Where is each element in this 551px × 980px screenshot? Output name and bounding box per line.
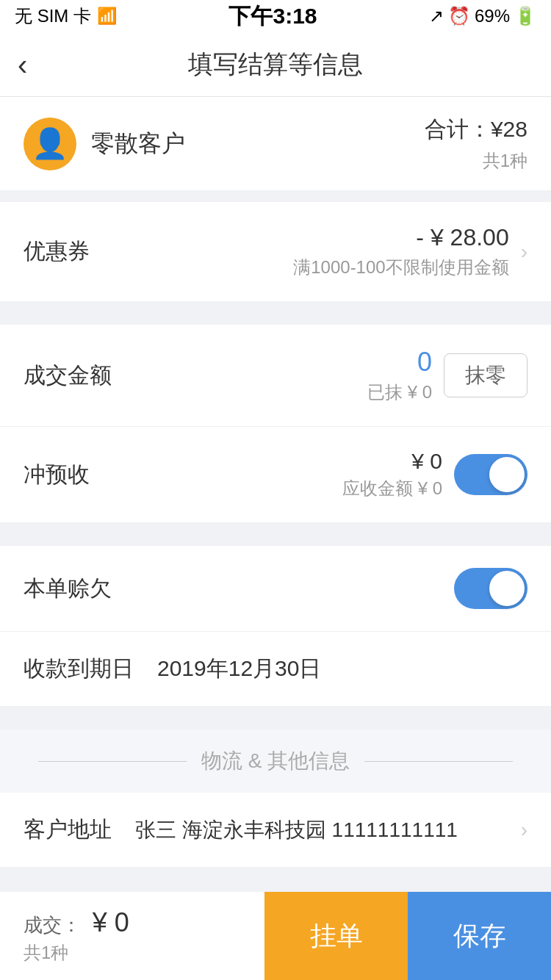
footer: 成交： ¥ 0 共1种 挂单 保存 [0, 892, 551, 980]
footer-deal-line: 成交： ¥ 0 [24, 907, 241, 938]
pre-receive-sub: 应收金额 ¥ 0 [342, 477, 442, 500]
hang-button[interactable]: 挂单 [264, 892, 408, 980]
debt-row: 本单赊欠 [0, 546, 551, 631]
deal-amount-right: 0 已抹 ¥ 0 抹零 [367, 347, 527, 404]
footer-deal-label: 成交： [24, 914, 81, 936]
back-button[interactable]: ‹ [18, 50, 27, 79]
battery-icon: 🔋 [514, 6, 536, 26]
coupon-row[interactable]: 优惠券 - ¥ 28.00 满1000-100不限制使用金额 › [0, 202, 551, 301]
status-bar: 无 SIM 卡 📶 下午3:18 ↗ ⏰ 69% 🔋 [0, 0, 551, 32]
alarm-icon: ⏰ [448, 6, 470, 26]
battery-level: 69% [475, 6, 510, 26]
pre-receive-value-block: ¥ 0 应收金额 ¥ 0 [342, 449, 442, 500]
avatar: 👤 [24, 118, 76, 170]
divider-2 [0, 534, 551, 546]
pre-receive-label: 冲预收 [24, 460, 90, 490]
coupon-discount: - ¥ 28.00 [293, 224, 508, 251]
debt-label: 本单赊欠 [24, 574, 112, 604]
status-left: 无 SIM 卡 📶 [15, 4, 117, 28]
footer-deal-amount: ¥ 0 [93, 907, 129, 938]
deal-amount-label: 成交金额 [24, 361, 112, 391]
address-chevron-icon: › [521, 818, 527, 842]
logistics-title: 物流 & 其他信息 [201, 747, 350, 775]
debt-section: 本单赊欠 收款到期日 2019年12月30日 [0, 546, 551, 706]
toggle-knob [489, 457, 525, 492]
address-row[interactable]: 客户地址 张三 海淀永丰科技园 11111111111 › [0, 793, 551, 867]
status-right: ↗ ⏰ 69% 🔋 [429, 6, 536, 26]
address-label: 客户地址 [24, 815, 112, 845]
debt-toggle-knob [489, 571, 525, 606]
deal-amount-value-block: 0 已抹 ¥ 0 [367, 347, 432, 404]
deal-amount-row: 成交金额 0 已抹 ¥ 0 抹零 [0, 325, 551, 427]
sim-status: 无 SIM 卡 [15, 4, 91, 28]
pre-receive-row: 冲预收 ¥ 0 应收金额 ¥ 0 [0, 427, 551, 522]
coupon-label: 优惠券 [24, 237, 90, 267]
due-date-row: 收款到期日 2019年12月30日 [0, 631, 551, 706]
divider-1 [0, 313, 551, 325]
footer-info: 成交： ¥ 0 共1种 [0, 907, 264, 965]
deal-amount-value[interactable]: 0 [367, 347, 432, 378]
pre-receive-toggle[interactable] [454, 454, 527, 495]
location-icon: ↗ [429, 6, 444, 26]
deal-amount-section: 成交金额 0 已抹 ¥ 0 抹零 冲预收 ¥ 0 应收金额 ¥ 0 [0, 325, 551, 522]
pre-receive-right: ¥ 0 应收金额 ¥ 0 [342, 449, 527, 500]
customer-left: 👤 零散客户 [24, 118, 185, 170]
total-count: 共1种 [425, 149, 527, 173]
total-amount: 合计：¥28 [425, 115, 527, 145]
pre-receive-value: ¥ 0 [342, 449, 442, 474]
due-date-label: 收款到期日 [24, 654, 134, 684]
avatar-icon: 👤 [32, 126, 68, 161]
address-section: 客户地址 张三 海淀永丰科技园 11111111111 › [0, 793, 551, 867]
page-title: 填写结算等信息 [188, 48, 363, 82]
logistics-header: 物流 & 其他信息 [0, 729, 551, 793]
coupon-value-block: - ¥ 28.00 满1000-100不限制使用金额 [293, 224, 508, 279]
debt-toggle[interactable] [454, 568, 527, 609]
coupon-right: - ¥ 28.00 满1000-100不限制使用金额 › [293, 224, 527, 279]
save-button[interactable]: 保存 [408, 892, 551, 980]
wifi-icon: 📶 [97, 7, 117, 26]
footer-deal-count: 共1种 [24, 941, 241, 965]
nav-bar: ‹ 填写结算等信息 [0, 32, 551, 97]
customer-card: 👤 零散客户 合计：¥28 共1种 [0, 97, 551, 190]
divider-3 [0, 718, 551, 729]
customer-name: 零散客户 [91, 128, 185, 160]
customer-row: 👤 零散客户 合计：¥28 共1种 [0, 97, 551, 190]
round-off-button[interactable]: 抹零 [444, 353, 527, 397]
address-value: 张三 海淀永丰科技园 11111111111 [135, 816, 497, 844]
due-date-value: 2019年12月30日 [157, 654, 321, 684]
status-time: 下午3:18 [228, 1, 317, 32]
customer-right: 合计：¥28 共1种 [425, 115, 527, 173]
deal-amount-sub: 已抹 ¥ 0 [367, 381, 432, 404]
coupon-desc: 满1000-100不限制使用金额 [293, 256, 508, 279]
coupon-section: 优惠券 - ¥ 28.00 满1000-100不限制使用金额 › [0, 202, 551, 301]
chevron-right-icon: › [521, 240, 527, 264]
